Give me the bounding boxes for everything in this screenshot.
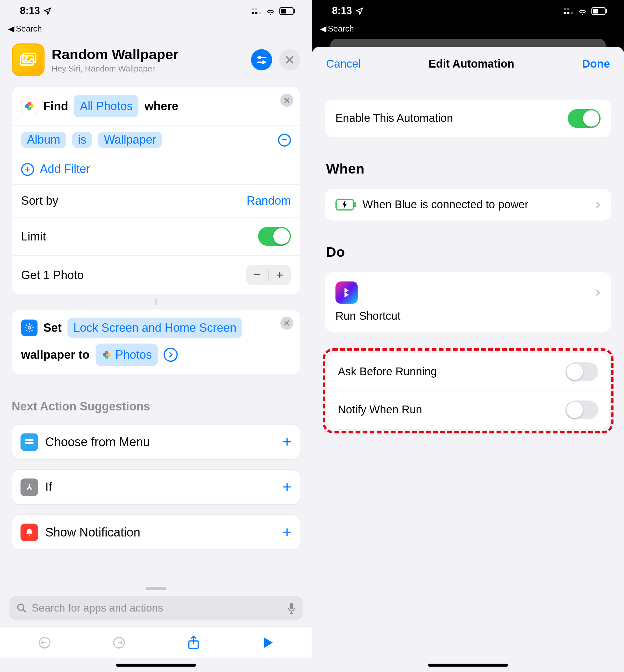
svg-point-14 — [262, 61, 264, 63]
run-button[interactable] — [258, 633, 277, 652]
set-wallpaper-icon — [21, 320, 38, 336]
status-time: 8:13 — [332, 5, 352, 17]
mic-icon[interactable] — [287, 602, 295, 614]
suggestion-choose-from-menu[interactable]: Choose from Menu + — [12, 424, 300, 460]
search-placeholder: Search for apps and actions — [31, 602, 282, 614]
drag-handle[interactable] — [146, 587, 167, 590]
bell-icon — [21, 523, 38, 541]
home-indicator[interactable] — [312, 658, 624, 672]
stepper-plus[interactable]: + — [269, 265, 291, 285]
svg-point-28 — [18, 604, 24, 610]
menu-icon — [21, 433, 38, 451]
svg-point-34 — [564, 7, 566, 10]
shortcut-app-icon[interactable] — [12, 44, 45, 76]
filter-row-album: Album is Wallpaper − — [12, 125, 300, 154]
back-label: Search — [16, 24, 42, 33]
suggestion-if[interactable]: If + — [12, 469, 300, 505]
cancel-button[interactable]: Cancel — [326, 57, 361, 71]
svg-point-37 — [567, 12, 569, 14]
svg-point-20 — [25, 104, 29, 108]
enable-automation-card: Enable This Automation — [325, 100, 611, 137]
svg-point-35 — [567, 7, 569, 10]
sort-by-row[interactable]: Sort by Random — [12, 184, 300, 217]
highlight-annotation: Ask Before Running Notify When Run — [323, 348, 614, 434]
modal-nav-bar: Cancel Edit Automation Done — [312, 47, 624, 74]
add-suggestion-icon: + — [282, 478, 291, 496]
svg-point-25 — [103, 353, 106, 357]
photos-variable-label: Photos — [115, 345, 152, 365]
add-suggestion-icon: + — [282, 433, 291, 451]
add-filter-button[interactable]: ＋ Add Filter — [12, 154, 300, 184]
ask-before-running-row: Ask Before Running — [327, 353, 609, 390]
action-search-input[interactable]: Search for apps and actions — [9, 596, 303, 620]
shortcut-subtitle: Hey Siri, Random Wallpaper — [52, 64, 244, 73]
svg-point-2 — [252, 12, 254, 14]
do-section-title: Do — [326, 244, 610, 261]
where-label: where — [144, 96, 178, 116]
search-icon — [17, 603, 27, 613]
lock-home-token[interactable]: Lock Screen and Home Screen — [68, 318, 242, 338]
wifi-icon — [577, 7, 588, 15]
set-verb: Set — [44, 318, 62, 338]
all-photos-token[interactable]: All Photos — [74, 95, 139, 117]
photo-count-stepper[interactable]: − + — [246, 265, 291, 285]
back-to-search[interactable]: ◀ Search — [0, 22, 312, 35]
sort-by-label: Sort by — [21, 194, 58, 208]
ask-before-running-label: Ask Before Running — [338, 365, 437, 378]
when-trigger-card[interactable]: When Blue is connected to power — [325, 189, 611, 220]
battery-icon — [279, 7, 296, 15]
limit-label: Limit — [21, 230, 46, 243]
limit-row: Limit — [12, 217, 300, 255]
svg-rect-41 — [606, 9, 607, 13]
get-photo-label: Get 1 Photo — [21, 268, 84, 282]
filter-op-is[interactable]: is — [72, 132, 92, 148]
svg-point-21 — [28, 327, 30, 329]
svg-point-36 — [564, 12, 566, 14]
filter-field-album[interactable]: Album — [21, 132, 66, 148]
chevron-left-icon: ◀ — [320, 24, 327, 33]
svg-point-3 — [255, 12, 257, 14]
status-time: 8:13 — [20, 5, 40, 17]
remove-filter-button[interactable]: − — [278, 133, 291, 147]
location-icon — [44, 7, 52, 15]
charging-icon — [335, 199, 354, 211]
photos-variable-token[interactable]: Photos — [96, 343, 158, 366]
sort-by-value: Random — [247, 194, 291, 208]
dots-icon — [563, 7, 573, 15]
expand-action-button[interactable] — [163, 348, 178, 362]
shortcut-editor-screen: 8:13 ◀ Search Random Wallpaper Hey Si — [0, 0, 312, 672]
svg-rect-27 — [25, 442, 33, 444]
undo-button[interactable] — [35, 633, 54, 652]
settings-button[interactable] — [251, 49, 272, 71]
limit-toggle[interactable] — [258, 227, 291, 245]
back-to-search[interactable]: ◀ Search — [312, 22, 624, 35]
done-button[interactable]: Done — [582, 57, 610, 71]
svg-rect-40 — [593, 9, 598, 13]
modal-title: Edit Automation — [429, 57, 514, 71]
remove-action-button[interactable]: ✕ — [281, 316, 293, 330]
suggestion-show-notification[interactable]: Show Notification + — [12, 514, 300, 550]
svg-rect-30 — [290, 603, 293, 609]
ask-before-running-toggle[interactable] — [566, 362, 598, 381]
redo-button[interactable] — [109, 633, 128, 652]
share-button[interactable] — [184, 633, 203, 652]
svg-rect-7 — [294, 9, 295, 13]
modal-background-card — [312, 35, 624, 47]
shortcut-title[interactable]: Random Wallpaper — [52, 47, 244, 63]
shortcut-header: Random Wallpaper Hey Siri, Random Wallpa… — [0, 35, 312, 82]
do-action-card[interactable]: Run Shortcut — [325, 272, 611, 332]
svg-rect-26 — [25, 439, 33, 441]
notify-when-run-toggle[interactable] — [566, 400, 598, 419]
notify-when-run-label: Notify When Run — [338, 404, 422, 417]
remove-action-button[interactable]: ✕ — [281, 94, 293, 107]
svg-point-4 — [259, 12, 261, 14]
filter-value-wallpaper[interactable]: Wallpaper — [98, 132, 162, 148]
editor-toolbar — [0, 626, 312, 658]
enable-automation-toggle[interactable] — [568, 109, 601, 128]
status-bar: 8:13 — [0, 0, 312, 22]
home-indicator[interactable] — [0, 658, 312, 672]
get-photo-row: Get 1 Photo − + — [12, 255, 300, 294]
stepper-minus[interactable]: − — [246, 265, 268, 285]
wifi-icon — [265, 7, 276, 15]
close-button[interactable] — [279, 49, 300, 71]
